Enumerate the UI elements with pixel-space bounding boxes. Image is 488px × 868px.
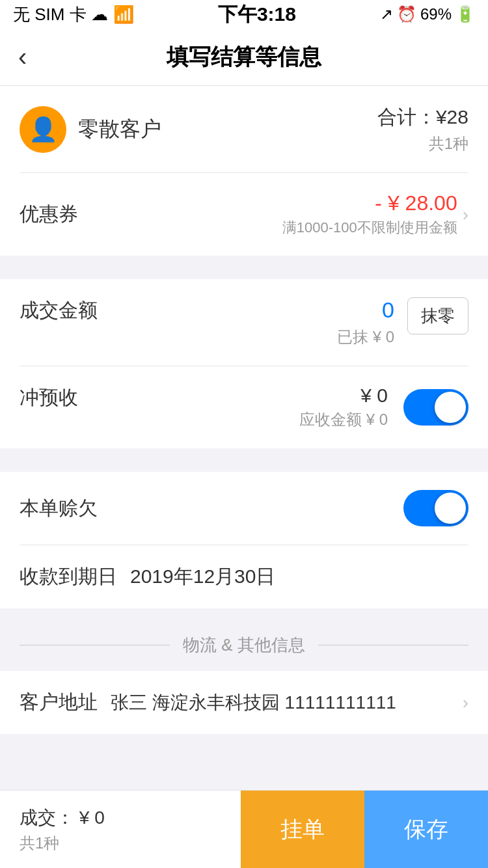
debt-toggle-knob bbox=[435, 493, 466, 524]
debt-label: 本单赊欠 bbox=[20, 495, 98, 522]
prepay-right: ¥ 0 应收金额 ¥ 0 bbox=[299, 385, 468, 430]
prepay-label: 冲预收 bbox=[20, 385, 78, 411]
page-title: 填写结算等信息 bbox=[167, 42, 321, 72]
address-chevron-icon: › bbox=[463, 692, 468, 713]
due-date-label: 收款到期日 bbox=[20, 563, 117, 590]
coupon-desc: 满1000-100不限制使用金额 bbox=[282, 218, 457, 237]
transaction-right: 0 已抹 ¥ 0 抹零 bbox=[337, 297, 468, 347]
prepay-row: 冲预收 ¥ 0 应收金额 ¥ 0 bbox=[0, 366, 488, 448]
no-sim-label: 无 SIM 卡 ☁ bbox=[13, 3, 108, 26]
logistics-label: 物流 & 其他信息 bbox=[170, 634, 318, 657]
coupon-right: - ¥ 28.00 满1000-100不限制使用金额 › bbox=[282, 191, 468, 237]
alarm-icon: ⏰ bbox=[397, 5, 416, 23]
customer-left: 👤 零散客户 bbox=[20, 106, 161, 153]
transaction-row: 成交金额 0 已抹 ¥ 0 抹零 bbox=[0, 279, 488, 366]
transaction-value-wrap: 0 已抹 ¥ 0 bbox=[337, 297, 394, 347]
save-button[interactable]: 保存 bbox=[364, 791, 488, 869]
gray-separator-1 bbox=[0, 266, 488, 279]
bottom-total-label: 成交： bbox=[20, 807, 74, 828]
due-date-row[interactable]: 收款到期日 2019年12月30日 bbox=[0, 545, 488, 608]
status-right: ↗ ⏰ 69% 🔋 bbox=[380, 5, 475, 23]
debt-toggle[interactable] bbox=[403, 490, 468, 526]
bottom-total: 成交： ¥ 0 bbox=[20, 806, 221, 830]
prepay-toggle[interactable] bbox=[403, 389, 468, 426]
status-time: 下午3:18 bbox=[218, 1, 296, 28]
customer-right: 合计：¥28 共1种 bbox=[377, 104, 468, 154]
logistics-header: 物流 & 其他信息 bbox=[0, 619, 488, 671]
location-icon: ↗ bbox=[380, 5, 393, 23]
gray-separator-2 bbox=[0, 459, 488, 472]
coupon-row[interactable]: 优惠券 - ¥ 28.00 满1000-100不限制使用金额 › bbox=[0, 173, 488, 256]
bottom-info: 成交： ¥ 0 共1种 bbox=[0, 806, 241, 854]
status-left: 无 SIM 卡 ☁ 📶 bbox=[13, 3, 134, 26]
customer-section: 👤 零散客户 合计：¥28 共1种 优惠券 - ¥ 28.00 满1000-10… bbox=[0, 86, 488, 256]
transaction-label: 成交金额 bbox=[20, 297, 98, 324]
customer-name: 零散客户 bbox=[78, 115, 161, 144]
debt-row: 本单赊欠 bbox=[0, 472, 488, 545]
address-label: 客户地址 bbox=[20, 689, 98, 716]
round-zero-button[interactable]: 抹零 bbox=[407, 297, 468, 334]
avatar: 👤 bbox=[20, 106, 66, 153]
address-section: 客户地址 张三 海淀永丰科技园 11111111111 › bbox=[0, 671, 488, 734]
customer-row: 👤 零散客户 合计：¥28 共1种 bbox=[0, 86, 488, 172]
hold-order-button[interactable]: 挂单 bbox=[241, 791, 364, 869]
coupon-right-inner: - ¥ 28.00 满1000-100不限制使用金额 bbox=[282, 191, 457, 237]
customer-count: 共1种 bbox=[377, 133, 468, 154]
transaction-sub: 已抹 ¥ 0 bbox=[337, 327, 394, 347]
coupon-label: 优惠券 bbox=[20, 201, 78, 228]
toggle-knob bbox=[435, 392, 466, 423]
prepay-value-wrap: ¥ 0 应收金额 ¥ 0 bbox=[299, 385, 388, 430]
status-bar: 无 SIM 卡 ☁ 📶 下午3:18 ↗ ⏰ 69% 🔋 bbox=[0, 0, 488, 29]
bottom-count: 共1种 bbox=[20, 833, 221, 854]
bottom-total-value: ¥ 0 bbox=[79, 807, 105, 828]
wifi-icon: 📶 bbox=[113, 5, 134, 25]
due-date-value: 2019年12月30日 bbox=[130, 563, 275, 590]
prepay-value: ¥ 0 bbox=[299, 385, 388, 407]
customer-total: 合计：¥28 bbox=[377, 104, 468, 131]
prepay-sub: 应收金额 ¥ 0 bbox=[299, 409, 388, 430]
battery-label: 69% bbox=[420, 5, 452, 23]
nav-bar: ‹ 填写结算等信息 bbox=[0, 29, 488, 86]
address-row[interactable]: 客户地址 张三 海淀永丰科技园 11111111111 › bbox=[0, 671, 488, 734]
address-value: 张三 海淀永丰科技园 11111111111 bbox=[111, 690, 463, 715]
battery-icon: 🔋 bbox=[455, 5, 475, 23]
back-button[interactable]: ‹ bbox=[18, 42, 27, 72]
coupon-amount: - ¥ 28.00 bbox=[282, 191, 457, 215]
bottom-bar: 成交： ¥ 0 共1种 挂单 保存 bbox=[0, 790, 488, 868]
content: 👤 零散客户 合计：¥28 共1种 优惠券 - ¥ 28.00 满1000-10… bbox=[0, 86, 488, 835]
avatar-icon: 👤 bbox=[29, 116, 58, 143]
debt-section: 本单赊欠 收款到期日 2019年12月30日 bbox=[0, 472, 488, 608]
chevron-right-icon: › bbox=[463, 204, 468, 225]
transaction-value: 0 bbox=[337, 297, 394, 323]
transaction-section: 成交金额 0 已抹 ¥ 0 抹零 冲预收 ¥ 0 应收金额 ¥ 0 bbox=[0, 279, 488, 448]
